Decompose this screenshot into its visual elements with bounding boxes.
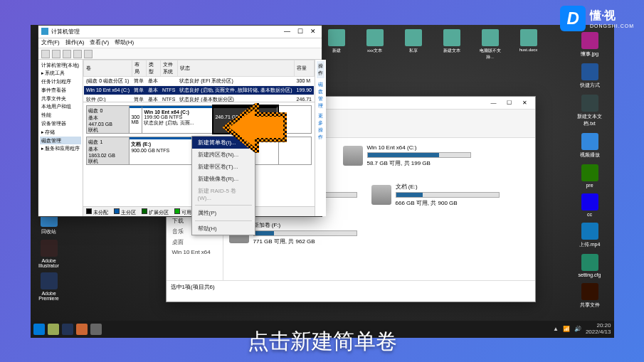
- menu-separator: [195, 205, 252, 206]
- mgmt-title-text: 计算机管理: [51, 28, 80, 36]
- legend-item: 未分配: [86, 208, 108, 215]
- disk-row: 磁盘 0基本447.03 GB联机300 MBWin 10 Ent x64 (C…: [86, 105, 311, 134]
- desktop-right-icons: 懂事.jpg快捷方式新建文本文档.txt视频播放precc上传.mp4setti…: [576, 32, 610, 309]
- context-menu-item[interactable]: 新建带区卷(T)...: [192, 161, 255, 173]
- desktop-icon[interactable]: 视频播放: [576, 133, 604, 159]
- menu-separator: [195, 220, 252, 221]
- partition[interactable]: 246.71 GB: [213, 106, 278, 133]
- tree-item[interactable]: 磁盘管理: [40, 137, 82, 145]
- legend-item: 扩展分区: [142, 208, 169, 215]
- logo-subtext: DONGSHI.COM: [590, 23, 634, 28]
- column-header[interactable]: 类型: [146, 60, 160, 76]
- desktop-icon[interactable]: 懂事.jpg: [576, 32, 604, 58]
- desktop-icon[interactable]: 电脑版不支持...: [476, 29, 505, 60]
- desktop-icon[interactable]: 上传.mp4: [576, 223, 604, 248]
- desktop-icon[interactable]: 新建: [322, 29, 351, 60]
- logo-icon: D: [560, 6, 586, 31]
- volume-list[interactable]: 卷布局类型文件系统状态容量(磁盘 0 磁盘分区 1)简单基本状态良好 (EFI …: [83, 60, 314, 102]
- maximize-button[interactable]: ☐: [295, 27, 306, 36]
- close-button[interactable]: ✕: [518, 97, 532, 107]
- partition[interactable]: Win 10 Ent x64 (C:)199.90 GB NTFS状态良好 (启…: [142, 106, 213, 133]
- mgmt-icon: [41, 28, 48, 35]
- tree-item[interactable]: 计算机管理(本地): [40, 61, 82, 70]
- computer-management-window: 计算机管理 — ☐ ✕ 文件(F)操作(A)查看(V)帮助(H) 计算机管理(本…: [38, 25, 322, 217]
- tree-item[interactable]: 共享文件夹: [40, 95, 82, 103]
- brand-logo: D 懂·视 DONGSHI.COM: [560, 6, 634, 31]
- minimize-button[interactable]: —: [487, 97, 501, 107]
- desktop-left-icons: 回收站 Adobe Illustrator Adobe Premiere: [35, 210, 69, 301]
- tree-item[interactable]: 本地用户和组: [40, 102, 82, 111]
- context-menu-item[interactable]: 新建简单卷(I)...: [192, 137, 255, 149]
- menu-item[interactable]: 操作(A): [65, 38, 85, 48]
- context-menu-item: 新建 RAID-5 卷(W)...: [192, 185, 255, 203]
- context-menu: 新建简单卷(I)...新建跨区卷(N)...新建带区卷(T)...新建镜像卷(R…: [191, 136, 255, 235]
- volume-row[interactable]: Win 10 Ent x64 (C:)简单基本NTFS状态良好 (启动, 页面文…: [84, 85, 314, 95]
- desktop-icon[interactable]: Adobe Illustrator: [35, 240, 63, 268]
- close-button[interactable]: ✕: [307, 27, 319, 36]
- volume-row[interactable]: 软件 (D:)简单基本NTFS状态良好 (基本数据分区)246.71: [84, 95, 314, 102]
- volume-row[interactable]: (磁盘 0 磁盘分区 1)简单基本状态良好 (EFI 系统分区)300 M: [84, 76, 314, 85]
- actions-pane: 操作 磁盘管理更多操作: [315, 60, 326, 216]
- action-link[interactable]: 更多操作: [317, 111, 324, 142]
- desktop-icon[interactable]: 共享文件: [576, 283, 604, 309]
- desktop-icon[interactable]: Adobe Premiere: [35, 272, 63, 301]
- drive-icon: [343, 146, 363, 166]
- tree-item[interactable]: 设备管理器: [40, 119, 82, 128]
- action-link[interactable]: 磁盘管理: [317, 80, 324, 111]
- disk-header[interactable]: 磁盘 1基本1863.02 GB联机: [87, 137, 130, 164]
- subtitle-caption: 点击新建简单卷: [0, 327, 644, 356]
- minimize-button[interactable]: —: [282, 27, 293, 36]
- drive-item[interactable]: 文档 (E:)666 GB 可用, 共 900 GB: [371, 183, 500, 207]
- desktop-icon[interactable]: 新建文本文档.txt: [576, 95, 604, 127]
- logo-text: 懂·视: [590, 9, 634, 23]
- column-header[interactable]: 文件系统: [160, 60, 177, 76]
- drive-icon: [371, 185, 391, 205]
- tree-item[interactable]: ▸ 系统工具: [40, 69, 82, 78]
- desktop-icon[interactable]: cc: [576, 193, 604, 217]
- mgmt-titlebar: 计算机管理 — ☐ ✕: [38, 26, 322, 38]
- disk-header[interactable]: 磁盘 0基本447.03 GB联机: [87, 106, 130, 133]
- column-header[interactable]: 状态: [177, 60, 294, 76]
- legend-item: 主分区: [114, 208, 136, 215]
- mgmt-tree[interactable]: 计算机管理(本地)▸ 系统工具 任务计划程序 事件查看器 共享文件夹 本地用户和…: [38, 60, 84, 216]
- mgmt-toolbar[interactable]: [38, 48, 322, 60]
- nav-item[interactable]: 桌面: [169, 237, 220, 247]
- desktop-top-icons: 新建xxx文本私享新建文本电脑版不支持...hust.docx: [322, 29, 543, 60]
- menu-item[interactable]: 帮助(H): [115, 38, 134, 48]
- context-menu-item[interactable]: 属性(P): [192, 207, 255, 219]
- drive-item[interactable]: Win 10 Ent x64 (C:)58.7 GB 可用, 共 199 GB: [343, 144, 471, 169]
- tree-item[interactable]: ▸ 服务和应用程序: [40, 144, 82, 153]
- explorer-status: 选中1项(项目共6): [167, 280, 535, 293]
- menu-item[interactable]: 查看(V): [90, 38, 109, 48]
- column-header[interactable]: 布局: [132, 60, 146, 76]
- desktop-icon[interactable]: pre: [576, 164, 604, 188]
- mgmt-menubar[interactable]: 文件(F)操作(A)查看(V)帮助(H): [38, 38, 322, 48]
- context-menu-item[interactable]: 帮助(H): [192, 223, 255, 235]
- maximize-button[interactable]: ☐: [502, 97, 517, 107]
- actions-header: 操作: [317, 61, 324, 78]
- desktop-icon[interactable]: hust.docx: [514, 29, 543, 60]
- column-header[interactable]: 卷: [84, 60, 132, 76]
- context-menu-item[interactable]: 新建跨区卷(N)...: [192, 149, 255, 161]
- desktop-icon[interactable]: xxx文本: [361, 29, 389, 60]
- menu-item[interactable]: 文件(F): [41, 38, 60, 48]
- tree-item[interactable]: 性能: [40, 111, 82, 119]
- desktop-icon[interactable]: 新建文本: [438, 29, 466, 60]
- desktop-icon[interactable]: 快捷方式: [576, 63, 604, 89]
- desktop-icon[interactable]: setting.cfg: [576, 254, 604, 277]
- tree-item[interactable]: ▸ 存储: [40, 128, 82, 137]
- tree-item[interactable]: 事件查看器: [40, 86, 82, 95]
- tree-item[interactable]: 任务计划程序: [40, 78, 82, 86]
- nav-item[interactable]: Win 10 Ent x64: [169, 247, 220, 257]
- partition[interactable]: 300 MB: [130, 106, 142, 133]
- context-menu-item[interactable]: 新建镜像卷(R)...: [192, 173, 255, 185]
- column-header[interactable]: 容量: [295, 60, 314, 76]
- desktop-icon[interactable]: 私享: [399, 29, 428, 60]
